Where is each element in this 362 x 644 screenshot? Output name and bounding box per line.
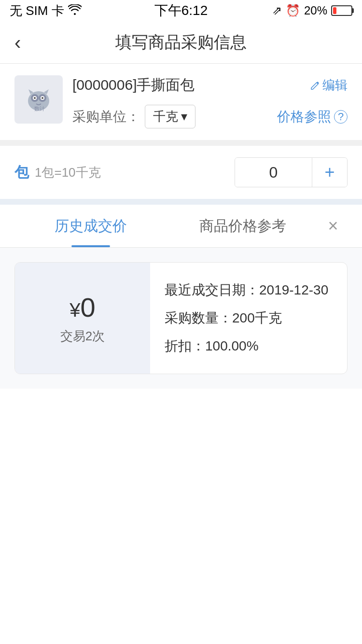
status-bar: 无 SIM 卡 下午6:12 ⇗ ⏰ 20% xyxy=(0,0,362,21)
page-title: 填写商品采购信息 xyxy=(115,31,247,54)
product-info: [0000006]手撕面包 编辑 采购单位： 千克 ▾ xyxy=(72,75,348,128)
tab-history-price[interactable]: 历史成交价 xyxy=(14,205,167,247)
product-logo-icon: 数计 xyxy=(22,83,56,116)
tab-product-price-ref[interactable]: 商品价格参考 xyxy=(167,205,319,247)
quantity-plus-button[interactable]: + xyxy=(312,158,347,187)
discount-row: 折扣：100.00% xyxy=(165,336,333,356)
status-time: 下午6:12 xyxy=(154,1,208,20)
recent-date-row: 最近成交日期：2019-12-30 xyxy=(165,280,333,300)
nav-header: ‹ 填写商品采购信息 xyxy=(0,21,362,64)
back-button[interactable]: ‹ xyxy=(14,33,21,52)
carrier-text: 无 SIM 卡 xyxy=(10,2,64,19)
battery-icon xyxy=(331,5,352,16)
tabs-header: 历史成交价 商品价格参考 × xyxy=(0,205,362,247)
edit-icon xyxy=(310,80,320,91)
location-icon: ⇗ xyxy=(272,4,282,17)
price-card-section: ¥0 交易2次 最近成交日期：2019-12-30 采购数量：200千克 折扣：… xyxy=(0,248,362,389)
price-card-right: 最近成交日期：2019-12-30 采购数量：200千克 折扣：100.00% xyxy=(150,263,347,374)
quantity-label: 包 1包=10千克 xyxy=(14,163,101,182)
svg-point-6 xyxy=(42,97,43,99)
svg-text:数计: 数计 xyxy=(34,106,45,112)
tab-close-button[interactable]: × xyxy=(319,211,348,240)
quantity-input[interactable] xyxy=(235,158,312,187)
pkg-icon: 包 xyxy=(14,163,29,182)
product-thumbnail: 数计 xyxy=(14,75,63,124)
price-amount: ¥0 xyxy=(70,292,95,323)
price-ref-button[interactable]: 价格参照 ? xyxy=(277,108,348,126)
price-card-left: ¥0 交易2次 xyxy=(15,263,150,374)
pkg-conversion: 1包=10千克 xyxy=(35,164,101,181)
edit-button[interactable]: 编辑 xyxy=(310,77,348,94)
tab-active-indicator xyxy=(71,245,110,247)
yen-symbol: ¥ xyxy=(70,299,80,321)
price-card: ¥0 交易2次 最近成交日期：2019-12-30 采购数量：200千克 折扣：… xyxy=(14,262,348,374)
battery-percent: 20% xyxy=(304,4,327,17)
quantity-control: + xyxy=(235,157,348,187)
product-section: 数计 [0000006]手撕面包 编辑 采购单位： 千克 xyxy=(0,64,362,146)
quantity-section: 包 1包=10千克 + xyxy=(0,146,362,205)
alarm-icon: ⏰ xyxy=(286,4,300,17)
product-name: [0000006]手撕面包 xyxy=(72,75,195,95)
purchase-qty-row: 采购数量：200千克 xyxy=(165,308,333,328)
svg-point-5 xyxy=(34,97,36,99)
price-ref-help-icon: ? xyxy=(334,110,348,124)
wifi-icon xyxy=(68,3,82,18)
price-times: 交易2次 xyxy=(60,328,105,345)
bottom-spacer xyxy=(0,389,362,644)
tabs-section: 历史成交价 商品价格参考 × xyxy=(0,205,362,248)
status-right: ⇗ ⏰ 20% xyxy=(272,4,352,17)
unit-select[interactable]: 千克 ▾ xyxy=(145,105,195,128)
status-left: 无 SIM 卡 xyxy=(10,2,82,19)
unit-label: 采购单位： xyxy=(72,108,140,126)
